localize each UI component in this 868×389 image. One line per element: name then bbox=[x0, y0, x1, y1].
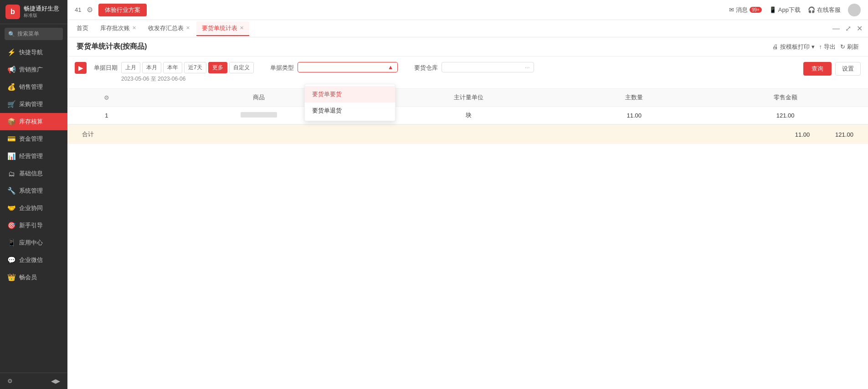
inventory-icon: 📦 bbox=[7, 118, 15, 126]
footer-quantity: 11.00 bbox=[784, 131, 821, 138]
this-month-btn[interactable]: 本月 bbox=[142, 62, 161, 73]
type-input[interactable] bbox=[302, 64, 385, 71]
sidebar-item-wechat[interactable]: 💬 企业微信 bbox=[0, 251, 67, 269]
refresh-label: 刷新 bbox=[847, 43, 859, 51]
sidebar-item-system[interactable]: 🔧 系统管理 bbox=[0, 182, 67, 200]
col-settings[interactable]: ⚙ bbox=[67, 89, 146, 107]
sidebar-item-label: 企业微信 bbox=[19, 256, 43, 264]
type-select[interactable]: ▲ bbox=[298, 62, 398, 72]
app-name: 畅捷通好生意 bbox=[24, 5, 59, 13]
sidebar-nav: ⚡ 快捷导航 📢 营销推广 💰 销售管理 🛒 采购管理 📦 库存核算 💳 资金管… bbox=[0, 44, 67, 373]
query-button[interactable]: 查询 bbox=[803, 62, 832, 76]
date-filter-label: 单据日期 bbox=[94, 62, 118, 72]
sidebar-item-label: 经营管理 bbox=[19, 152, 43, 160]
print-chevron-icon: ▾ bbox=[812, 43, 815, 50]
sidebar-item-guide[interactable]: 🎯 新手引导 bbox=[0, 217, 67, 234]
collapse-icon[interactable]: ◀▶ bbox=[51, 378, 60, 384]
page-header: 要货单统计表(按商品) 🖨 按模板打印 ▾ ↑ 导出 ↻ 刷新 bbox=[67, 37, 868, 56]
settings-icon[interactable]: ⚙ bbox=[7, 378, 13, 384]
filter-expand-button[interactable]: ▶ bbox=[75, 62, 87, 74]
topbar-gear-icon[interactable]: ⚙ bbox=[87, 5, 93, 14]
sidebar-item-inventory[interactable]: 📦 库存核算 bbox=[0, 113, 67, 130]
sidebar-item-app-center[interactable]: 📱 应用中心 bbox=[0, 234, 67, 251]
tab-order-stat-close-icon[interactable]: ✕ bbox=[240, 25, 244, 31]
purchase-icon: 🛒 bbox=[7, 100, 15, 108]
search-icon: 🔍 bbox=[8, 31, 15, 37]
export-label: 导出 bbox=[824, 43, 836, 51]
tab-order-stat[interactable]: 要货单统计表 ✕ bbox=[196, 21, 249, 36]
tabs-actions: — ⤢ ✕ bbox=[831, 22, 864, 35]
print-button[interactable]: 🖨 按模板打印 ▾ bbox=[772, 43, 815, 51]
export-button[interactable]: ↑ 导出 bbox=[819, 43, 836, 51]
operations-icon: 📊 bbox=[7, 152, 15, 160]
search-label: 搜索菜单 bbox=[17, 30, 39, 38]
trial-button[interactable]: 体验行业方案 bbox=[98, 4, 147, 16]
sidebar-item-enterprise[interactable]: 🤝 企业协同 bbox=[0, 200, 67, 217]
sidebar-item-marketing[interactable]: 📢 营销推广 bbox=[0, 61, 67, 78]
logo-text-block: 畅捷通好生意 标准版 bbox=[24, 5, 59, 19]
sidebar-item-finance[interactable]: 💳 资金管理 bbox=[0, 130, 67, 148]
tab-minimize-button[interactable]: — bbox=[831, 22, 842, 35]
sidebar-item-operations[interactable]: 📊 经营管理 bbox=[0, 148, 67, 165]
basic-info-icon: 🗂 bbox=[7, 170, 15, 178]
wechat-icon: 💬 bbox=[7, 256, 15, 264]
messages-badge: 99+ bbox=[750, 7, 762, 13]
refresh-button[interactable]: ↻ 刷新 bbox=[840, 43, 859, 51]
this-year-btn[interactable]: 本年 bbox=[163, 62, 182, 73]
sidebar-item-purchase[interactable]: 🛒 采购管理 bbox=[0, 96, 67, 113]
custom-date-btn[interactable]: 自定义 bbox=[229, 62, 254, 73]
tab-collection-summary-close-icon[interactable]: ✕ bbox=[186, 25, 190, 31]
tab-bar: 首页 库存批次账 ✕ 收发存汇总表 ✕ 要货单统计表 ✕ — ⤢ ✕ bbox=[67, 20, 868, 37]
filter-bar: ▶ 单据日期 上月 本月 本年 近7天 更多 自定义 2023-05-06 至 … bbox=[67, 56, 868, 89]
sidebar-item-quick-nav[interactable]: ⚡ 快捷导航 bbox=[0, 44, 67, 61]
footer-label: 合计 bbox=[73, 130, 94, 138]
last-month-btn[interactable]: 上月 bbox=[121, 62, 140, 73]
app-sub: 标准版 bbox=[24, 12, 59, 19]
sidebar-item-label: 系统管理 bbox=[19, 187, 43, 195]
setting-button[interactable]: 设置 bbox=[835, 62, 861, 76]
sidebar-item-label: 营销推广 bbox=[19, 66, 43, 74]
table-settings-icon[interactable]: ⚙ bbox=[104, 94, 109, 101]
sidebar-item-label: 快捷导航 bbox=[19, 48, 43, 56]
sidebar-item-members[interactable]: 👑 畅会员 bbox=[0, 269, 67, 286]
sidebar-item-label: 应用中心 bbox=[19, 239, 43, 247]
export-icon: ↑ bbox=[819, 43, 822, 50]
sidebar-item-basic-info[interactable]: 🗂 基础信息 bbox=[0, 165, 67, 182]
customer-service-item[interactable]: 🎧 在线客服 bbox=[808, 6, 841, 14]
messages-label: 消息 bbox=[736, 6, 748, 14]
user-avatar[interactable] bbox=[848, 4, 861, 16]
tab-collection-summary[interactable]: 收发存汇总表 ✕ bbox=[143, 21, 195, 36]
marketing-icon: 📢 bbox=[7, 66, 15, 74]
tab-maximize-button[interactable]: ⤢ bbox=[843, 22, 853, 35]
warehouse-select[interactable]: ··· bbox=[442, 62, 534, 72]
app-center-icon: 📱 bbox=[7, 239, 15, 247]
sidebar-item-label: 企业协同 bbox=[19, 204, 43, 212]
more-btn[interactable]: 更多 bbox=[208, 62, 227, 73]
col-unit: 主计量单位 bbox=[372, 89, 565, 107]
guide-icon: 🎯 bbox=[7, 221, 15, 230]
cell-seq: 1 bbox=[67, 107, 146, 124]
topbar-right: ✉ 消息 99+ 📱 App下载 🎧 在线客服 bbox=[729, 4, 861, 16]
dropdown-option-order-goods[interactable]: 要货单要货 bbox=[305, 86, 395, 102]
warehouse-dots-icon[interactable]: ··· bbox=[525, 64, 530, 71]
tab-inventory-batch[interactable]: 库存批次账 ✕ bbox=[95, 21, 142, 36]
last-7-days-btn[interactable]: 近7天 bbox=[184, 62, 206, 73]
page-header-actions: 🖨 按模板打印 ▾ ↑ 导出 ↻ 刷新 bbox=[772, 43, 859, 51]
dropdown-option-order-return[interactable]: 要货单退货 bbox=[305, 102, 395, 119]
sidebar-search[interactable]: 🔍 搜索菜单 bbox=[5, 28, 63, 40]
members-icon: 👑 bbox=[7, 273, 15, 282]
tab-inventory-batch-close-icon[interactable]: ✕ bbox=[132, 25, 136, 31]
app-download-item[interactable]: 📱 App下载 bbox=[769, 6, 801, 14]
tab-collection-summary-label: 收发存汇总表 bbox=[148, 24, 184, 32]
print-label: 按模板打印 bbox=[780, 43, 810, 51]
warehouse-input[interactable] bbox=[446, 64, 522, 71]
sidebar-item-sales[interactable]: 💰 销售管理 bbox=[0, 78, 67, 96]
sidebar-item-label: 销售管理 bbox=[19, 83, 43, 91]
app-download-icon: 📱 bbox=[769, 6, 776, 13]
messages-item[interactable]: ✉ 消息 99+ bbox=[729, 6, 762, 14]
type-chevron-icon[interactable]: ▲ bbox=[388, 64, 394, 71]
tab-close-all-button[interactable]: ✕ bbox=[855, 22, 864, 35]
sidebar-item-label: 采购管理 bbox=[19, 100, 43, 108]
tab-home[interactable]: 首页 bbox=[71, 21, 94, 36]
customer-service-icon: 🎧 bbox=[808, 6, 815, 13]
